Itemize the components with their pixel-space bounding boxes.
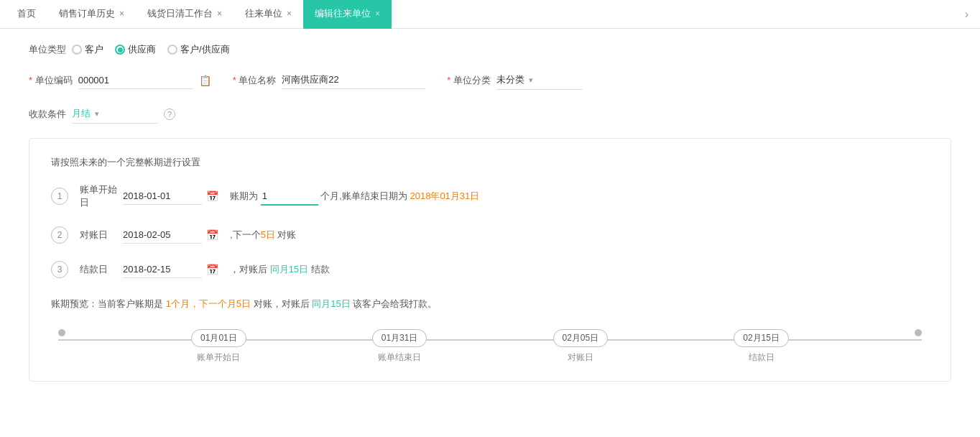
period-payment-day-highlight: 同月15日 (270, 264, 308, 275)
period-start-date-input[interactable] (123, 188, 202, 205)
radio-customer[interactable]: 客户 (72, 43, 103, 56)
radio-both-circle (167, 45, 177, 55)
tab-sales-history-close[interactable]: × (119, 9, 124, 19)
period-months-input[interactable] (261, 188, 318, 206)
tab-cashflow[interactable]: 钱货日清工作台 × (136, 0, 234, 29)
period-reconcile-day-highlight: 5日 (261, 229, 275, 240)
tabs-bar: 首页 销售订单历史 × 钱货日清工作台 × 往来单位 × 编辑往来单位 × › (0, 0, 980, 29)
payment-terms-select[interactable]: 月结 ▾ (72, 104, 158, 124)
period-field-label-1: 账单开始日 (80, 183, 123, 209)
period-payment-cal-icon[interactable]: 📅 (206, 264, 218, 275)
timeline-node-2: 01月31日 账单结束日 (372, 329, 427, 364)
unit-code-item: 单位编码 📋 (29, 72, 211, 89)
timeline-pill-3: 02月05日 (553, 329, 609, 347)
unit-code-input[interactable] (78, 72, 193, 89)
radio-supplier-circle (115, 45, 125, 55)
radio-supplier[interactable]: 供应商 (115, 43, 156, 56)
timeline-node-3: 02月05日 对账日 (553, 329, 609, 364)
unit-category-label: 单位分类 (447, 74, 491, 87)
tab-sales-history-label: 销售订单历史 (59, 7, 115, 20)
period-start-cal-icon[interactable]: 📅 (206, 190, 218, 202)
payment-terms-arrow-icon: ▾ (95, 109, 99, 119)
tab-cashflow-label: 钱货日清工作台 (147, 7, 213, 20)
period-payment-date-input[interactable] (123, 261, 202, 278)
radio-both-label: 客户/供应商 (180, 43, 230, 56)
tab-partners[interactable]: 往来单位 × (234, 0, 303, 29)
unit-name-item: 单位名称 (233, 72, 426, 89)
preview-payment: 同月15日 (312, 298, 350, 309)
payment-terms-row: 收款条件 月结 ▾ ? (29, 104, 951, 124)
period-num-3: 3 (51, 261, 68, 278)
unit-code-icon[interactable]: 📋 (199, 75, 211, 86)
payment-terms-label: 收款条件 (29, 108, 66, 121)
payment-terms-value: 月结 (72, 107, 91, 120)
timeline: 01月01日 账单开始日 01月31日 账单结束日 02月05日 对账日 02月… (51, 329, 929, 364)
period-box-title: 请按照未来的一个完整帐期进行设置 (51, 156, 929, 169)
period-row-1: 1 账单开始日 📅 账期为 个月,账单结束日期为 2018年01月31日 (51, 183, 929, 209)
radio-customer-circle (72, 45, 82, 55)
timeline-label-1: 账单开始日 (197, 351, 240, 364)
unit-category-arrow-icon: ▾ (529, 75, 533, 85)
period-reconcile-cal-icon[interactable]: 📅 (206, 229, 218, 241)
timeline-start (58, 329, 65, 336)
preview-months: 1个月， (166, 298, 199, 309)
period-row-3: 3 结款日 📅 ，对账后 同月15日 结款 (51, 261, 929, 278)
period-desc-1: 账期为 (230, 190, 261, 203)
unit-type-row: 单位类型 客户 供应商 客户/供应商 (29, 43, 951, 56)
timeline-label-4: 结款日 (749, 351, 775, 364)
payment-terms-item: 收款条件 月结 ▾ ? (29, 104, 175, 124)
unit-category-select[interactable]: 未分类 ▾ (496, 70, 583, 90)
unit-category-value: 未分类 (496, 73, 524, 86)
unit-category-item: 单位分类 未分类 ▾ (447, 70, 583, 90)
timeline-pill-2: 01月31日 (372, 329, 427, 347)
timeline-node-4: 02月15日 结款日 (734, 329, 789, 364)
unit-type-item: 单位类型 客户 供应商 客户/供应商 (29, 43, 230, 56)
radio-customer-label: 客户 (85, 43, 103, 56)
period-num-1: 1 (51, 188, 68, 205)
tab-edit-partner[interactable]: 编辑往来单位 × (303, 0, 392, 29)
unit-name-input[interactable] (282, 72, 425, 89)
period-reconcile-date-input[interactable] (123, 226, 202, 244)
period-end-date-highlight: 2018年01月31日 (410, 190, 479, 201)
period-row-2: 2 对账日 📅 ,下一个5日 对账 (51, 226, 929, 244)
timeline-label-3: 对账日 (568, 351, 593, 364)
main-content: 单位类型 客户 供应商 客户/供应商 单位编码 📋 (0, 29, 980, 437)
tab-home[interactable]: 首页 (6, 0, 47, 29)
unit-info-row: 单位编码 📋 单位名称 单位分类 未分类 ▾ (29, 70, 951, 90)
timeline-pill-1: 01月01日 (191, 329, 246, 347)
timeline-pill-4: 02月15日 (734, 329, 789, 347)
tab-partners-label: 往来单位 (245, 7, 282, 20)
radio-supplier-label: 供应商 (128, 43, 156, 56)
period-desc-2: ,下一个5日 对账 (230, 229, 296, 242)
tab-sales-history[interactable]: 销售订单历史 × (47, 0, 136, 29)
timeline-line (58, 339, 922, 341)
period-field-label-3: 结款日 (80, 263, 123, 276)
tab-edit-partner-close[interactable]: × (375, 9, 380, 19)
period-field-label-2: 对账日 (80, 229, 123, 242)
radio-both[interactable]: 客户/供应商 (167, 43, 230, 56)
period-desc-1b: 个月,账单结束日期为 2018年01月31日 (318, 190, 480, 203)
unit-type-label: 单位类型 (29, 43, 66, 56)
preview-text: 账期预览：当前客户账期是 1个月，下一个月5日 对账，对账后 同月15日 该客户… (51, 295, 929, 312)
tab-edit-partner-label: 编辑往来单位 (315, 7, 371, 20)
tab-partners-close[interactable]: × (287, 9, 292, 19)
payment-terms-help-icon[interactable]: ? (164, 109, 175, 120)
timeline-end-dot (915, 329, 922, 336)
timeline-label-2: 账单结束日 (378, 351, 421, 364)
tab-cashflow-close[interactable]: × (217, 9, 222, 19)
preview-reconcile: 下一个月5日 (199, 298, 251, 309)
timeline-node-1: 01月01日 账单开始日 (191, 329, 246, 364)
period-desc-3: ，对账后 同月15日 结款 (230, 263, 330, 276)
timeline-end (915, 329, 922, 336)
unit-name-label: 单位名称 (233, 74, 277, 87)
tab-more-button[interactable]: › (959, 8, 974, 21)
timeline-start-dot (58, 329, 65, 336)
period-num-2: 2 (51, 226, 68, 244)
unit-type-radio-group: 客户 供应商 客户/供应商 (72, 43, 230, 56)
tab-home-label: 首页 (17, 7, 36, 20)
period-box: 请按照未来的一个完整帐期进行设置 1 账单开始日 📅 账期为 个月,账单结束日期… (29, 138, 951, 382)
unit-code-label: 单位编码 (29, 74, 73, 87)
